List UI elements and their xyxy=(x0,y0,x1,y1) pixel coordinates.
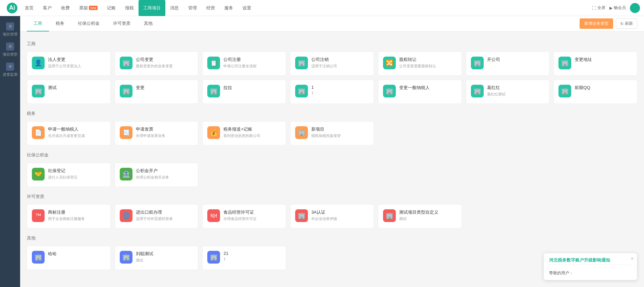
card-icon-social-register: 🤝 xyxy=(32,168,45,181)
card-lala[interactable]: 🏢 拉拉 xyxy=(202,80,286,104)
nav-fee[interactable]: 收费 xyxy=(56,0,74,16)
card-icon-company-cancel: 🏢 xyxy=(295,57,308,69)
card-import-export[interactable]: 🌐 进出口权办理 适用于对外贸易经营者 xyxy=(115,204,199,228)
nav-home[interactable]: 首页 xyxy=(20,0,38,16)
card-apply-invoice[interactable]: 🧾 申请发票 办理申请发票业务 xyxy=(115,121,199,145)
card-icon-company-change: 🏢 xyxy=(120,57,132,69)
sidebar-item-project-management[interactable]: ⊞ 项目管理 xyxy=(0,19,20,40)
card-icon-food-license: 🍽 xyxy=(207,209,220,222)
card-icon-change-taxpayer: 🏢 xyxy=(383,85,396,97)
member-btn[interactable]: ▶ 畅会员 xyxy=(609,5,626,11)
card-21[interactable]: 🏢 21 1 xyxy=(202,246,286,270)
card-company-cancel[interactable]: 🏢 公司注销 适用于注销公司 xyxy=(290,52,374,76)
card-new-project[interactable]: 🏢 新项目 报税加税控盘保管 xyxy=(290,121,374,145)
card-icon-fund-account: 🏦 xyxy=(120,168,132,181)
card-change[interactable]: 🏢 变更 xyxy=(115,80,199,104)
section-title-tax: 税务 xyxy=(27,111,637,117)
nav-bookkeeping[interactable]: 记账 xyxy=(102,0,120,16)
tabs-bar-actions: 新增业务类型 ↻ 刷新 xyxy=(580,18,637,29)
card-icon-3a-cert: 🏢 xyxy=(295,209,308,222)
card-pre-qq[interactable]: 🏢 前期QQ xyxy=(553,80,637,104)
industry-cards-grid: 👤 法人变更 适用于公司变更法人 🏢 公司变更 股权变更外的业务变更 📋 公司注… xyxy=(27,52,637,104)
card-icon-change: 🏢 xyxy=(120,85,132,97)
main-content: 工商 税务 社保公积金 许可资质 其他 新增业务类型 ↻ 刷新 工商 👤 法人变… xyxy=(20,16,644,287)
card-haha[interactable]: 🏢 哈哈 xyxy=(27,246,111,270)
notification-body: 尊敬的用户： xyxy=(549,270,632,276)
nav-message[interactable]: 消息 xyxy=(165,0,183,16)
new-type-button[interactable]: 新增业务类型 xyxy=(580,18,613,29)
card-trademark[interactable]: ™ 商标注册 用于企业商标注册服务 xyxy=(27,204,111,228)
nav-settings[interactable]: 设置 xyxy=(238,0,256,16)
sidebar: ⊞ 项目管理 ⊞ 项目类型 ⊞ 进度监测 xyxy=(0,16,20,287)
card-gehonghong[interactable]: 🏢 葛红红 葛红红测试 xyxy=(466,80,550,104)
refresh-button[interactable]: ↻ 刷新 xyxy=(616,18,637,29)
card-icon-test-type: 🏢 xyxy=(383,209,396,222)
nav-customer[interactable]: 客户 xyxy=(38,0,56,16)
user-avatar[interactable] xyxy=(630,3,640,13)
card-test[interactable]: 🏢 测试 xyxy=(27,80,111,104)
card-icon-change-address: 🏢 xyxy=(558,57,571,69)
card-info-legal-change: 法人变更 适用于公司变更法人 xyxy=(48,57,106,69)
card-food-license[interactable]: 🍽 食品经营许可证 办理食品经营许可证 xyxy=(202,204,286,228)
nav-industry[interactable]: 工商项目 xyxy=(139,0,165,16)
tab-social[interactable]: 社保公积金 xyxy=(71,16,106,31)
tab-permit[interactable]: 许可资质 xyxy=(106,16,137,31)
tab-tax[interactable]: 税务 xyxy=(49,16,71,31)
notification-close-btn[interactable]: × xyxy=(631,256,634,261)
card-open-company[interactable]: 🏢 开公司 xyxy=(466,52,550,76)
refresh-icon: ↻ xyxy=(620,21,624,26)
card-icon-new-project: 🏢 xyxy=(295,126,308,139)
card-apply-taxpayer[interactable]: 📄 申请一般纳税人 当月或次月成变更完成 xyxy=(27,121,111,145)
card-fund-account[interactable]: 🏦 公积金开户 办理公积金相关业务 xyxy=(115,163,199,187)
card-change-address[interactable]: 🏢 变更地址 xyxy=(553,52,637,76)
notification-divider xyxy=(549,265,632,265)
card-icon-pre-qq: 🏢 xyxy=(558,85,571,97)
card-company-change[interactable]: 🏢 公司变更 股权变更外的业务变更 xyxy=(115,52,199,76)
card-icon-company-register: 📋 xyxy=(207,57,220,69)
card-icon-equity-transfer: 🔀 xyxy=(383,57,396,69)
nav-service[interactable]: 服务 xyxy=(220,0,238,16)
top-nav: Ai 首页 客户 收费 票据 new 记账 报税 工商项目 消息 管理 经营 服… xyxy=(0,0,644,16)
card-company-register[interactable]: 📋 公司注册 申请公司注册全流程 xyxy=(202,52,286,76)
sidebar-item-progress[interactable]: ⊞ 进度监测 xyxy=(0,60,20,80)
tag-icon: ⊞ xyxy=(6,43,14,51)
nav-bill[interactable]: 票据 new xyxy=(74,0,102,16)
card-icon-apply-invoice: 🧾 xyxy=(120,126,132,139)
card-change-taxpayer[interactable]: 🏢 变更一般纳税人 xyxy=(378,80,462,104)
content-area: 工商 👤 法人变更 适用于公司变更法人 🏢 公司变更 股权变更外的业务变更 📋 xyxy=(20,31,644,283)
tab-industry[interactable]: 工商 xyxy=(27,16,49,31)
card-icon-tax-report: 💰 xyxy=(207,126,220,139)
card-tax-report[interactable]: 💰 税务报道+记账 拿到营业执照的新公司 xyxy=(202,121,286,145)
nav-right: ⛶ 全屏 ▶ 畅会员 xyxy=(592,3,640,13)
card-icon-gehonghong: 🏢 xyxy=(471,85,484,97)
card-legal-change[interactable]: 👤 法人变更 适用于公司变更法人 xyxy=(27,52,111,76)
grid-icon: ⊞ xyxy=(6,22,14,30)
fullscreen-btn[interactable]: ⛶ 全屏 xyxy=(592,5,605,11)
card-liucong-test[interactable]: 🏢 刘聪测试 测试 xyxy=(115,246,199,270)
card-icon-lala: 🏢 xyxy=(207,85,220,97)
nav-operation[interactable]: 经营 xyxy=(202,0,220,16)
logo-icon: Ai xyxy=(7,3,17,13)
section-title-other: 其他 xyxy=(27,235,637,241)
card-icon-open-company: 🏢 xyxy=(471,57,484,69)
card-icon-legal-change: 👤 xyxy=(32,57,45,69)
section-title-social: 社保公积金 xyxy=(27,152,637,158)
card-test-type[interactable]: 🏢 测试项目类型自定义 测试 xyxy=(378,204,462,228)
card-icon-apply-taxpayer: 📄 xyxy=(32,126,45,139)
card-one[interactable]: 🏢 1 1 xyxy=(290,80,374,104)
card-icon-trademark: ™ xyxy=(32,209,45,222)
notification-title: 河北税务数字账户升级影响通知 xyxy=(549,257,632,263)
card-social-register[interactable]: 🤝 社保登记 进行人员社保登记 xyxy=(27,163,111,187)
video-icon: ▶ xyxy=(609,6,612,10)
app-logo: Ai xyxy=(4,0,20,16)
card-icon-import-export: 🌐 xyxy=(120,209,132,222)
card-icon-haha: 🏢 xyxy=(32,251,45,264)
card-equity-transfer[interactable]: 🔀 股权转让 公司变更需要股权转让 xyxy=(378,52,462,76)
permit-cards-grid: ™ 商标注册 用于企业商标注册服务 🌐 进出口权办理 适用于对外贸易经营者 🍽 … xyxy=(27,204,637,228)
sidebar-item-project-type[interactable]: ⊞ 项目类型 xyxy=(0,40,20,60)
tabs-bar: 工商 税务 社保公积金 许可资质 其他 新增业务类型 ↻ 刷新 xyxy=(20,16,644,31)
tab-other[interactable]: 其他 xyxy=(137,16,159,31)
nav-tax[interactable]: 报税 xyxy=(120,0,139,16)
card-3a-cert[interactable]: 🏢 3A认证 对企业信誉评级 xyxy=(290,204,374,228)
nav-manage[interactable]: 管理 xyxy=(183,0,202,16)
